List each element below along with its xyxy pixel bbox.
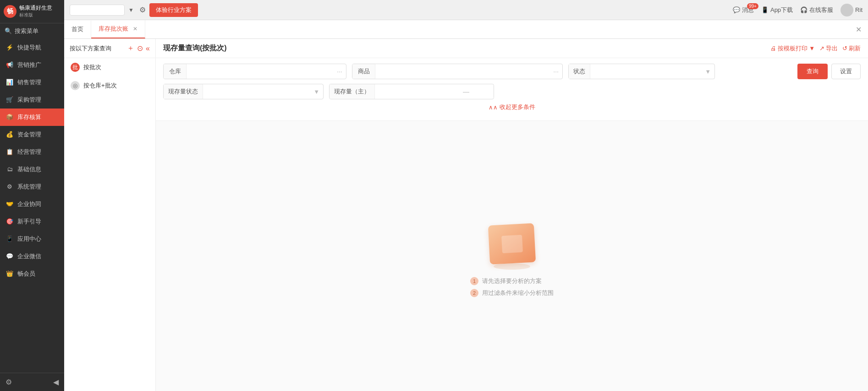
stock-status-arrow-icon[interactable]: ▼: [310, 85, 323, 98]
sidebar-item-marketing[interactable]: 📢 营销推广: [0, 56, 64, 74]
add-schema-icon[interactable]: ＋: [127, 43, 134, 53]
refresh-icon: ↺: [842, 45, 847, 52]
experience-btn[interactable]: 体验行业方案: [149, 3, 198, 17]
finance-icon: 💰: [5, 131, 14, 138]
stock-qty-min[interactable]: [375, 85, 459, 98]
stock-qty-max[interactable]: [473, 85, 494, 98]
left-panel: 按以下方案查询 ＋ ⊙ « 批 按批次 ◎ 按仓库+批次: [64, 39, 156, 391]
enterprise-icon: 🤝: [5, 201, 14, 207]
topbar-search-input[interactable]: [70, 5, 125, 16]
schema-item-by-batch[interactable]: 批 按批次: [64, 58, 155, 76]
tab-batch-account[interactable]: 库存批次账 ✕: [91, 20, 145, 38]
settings-btn[interactable]: 设置: [831, 64, 861, 79]
app-logo: 畅: [4, 5, 16, 18]
sidebar-item-inventory[interactable]: 📦 库存核算: [0, 109, 64, 126]
sidebar-item-wechat[interactable]: 💬 企业微信: [0, 248, 64, 265]
stock-status-filter: 现存量状态 ▼: [163, 84, 324, 99]
product-dots[interactable]: ···: [549, 65, 562, 78]
left-panel-collapse-icon[interactable]: «: [146, 44, 150, 53]
messages-btn[interactable]: 💬 消息 99+: [733, 6, 754, 14]
stock-status-value[interactable]: [203, 88, 310, 95]
print-chevron-icon: ▼: [809, 45, 815, 52]
sidebar-item-new-guide[interactable]: 🎯 新手引导: [0, 213, 64, 230]
topbar: ▼ ⚙ 体验行业方案 💬 消息 99+ 📱 App下载 🎧 在线客服: [64, 0, 868, 20]
search-menu[interactable]: 🔍 搜索菜单: [0, 23, 64, 39]
product-input[interactable]: [375, 65, 549, 78]
page-header-actions: 🖨 按模板打印 ▼ ↗ 导出 ↺ 刷新: [770, 44, 861, 53]
empty-hint-1: 1 请先选择要分析的方案: [470, 277, 554, 285]
headphone-icon: 🎧: [800, 6, 808, 13]
content-area: 按以下方案查询 ＋ ⊙ « 批 按批次 ◎ 按仓库+批次 现存量查询(按批次): [64, 39, 868, 391]
sidebar-item-quick-nav[interactable]: ⚡ 快捷导航: [0, 39, 64, 56]
topbar-chevron-icon[interactable]: ▼: [128, 7, 134, 13]
sidebar-item-app-center[interactable]: 📱 应用中心: [0, 230, 64, 248]
box-face: [501, 234, 523, 253]
sidebar-item-system[interactable]: ⚙ 系统管理: [0, 178, 64, 196]
sidebar-item-finance[interactable]: 💰 资金管理: [0, 126, 64, 143]
product-filter: 商品 ···: [352, 64, 563, 79]
sidebar-item-member[interactable]: 👑 畅会员: [0, 265, 64, 282]
member-icon: 👑: [5, 270, 14, 277]
export-icon: ↗: [819, 45, 824, 52]
status-value[interactable]: [590, 68, 701, 75]
wechat-icon: 💬: [5, 253, 14, 260]
sidebar-nav: ⚡ 快捷导航 📢 营销推广 📊 销售管理 🛒 采购管理 📦 库存核算 💰 资金管…: [0, 39, 64, 373]
sidebar-item-enterprise[interactable]: 🤝 企业协同: [0, 196, 64, 213]
topbar-gear-icon[interactable]: ⚙: [139, 5, 146, 14]
tabs-bar: 首页 库存批次账 ✕ ✕: [64, 20, 868, 39]
warehouse-input[interactable]: [187, 65, 333, 78]
tab-home[interactable]: 首页: [64, 21, 91, 38]
filter-area: 仓库 ··· 商品 ··· 状态 ▼ 查询: [156, 58, 868, 121]
sidebar-item-basics[interactable]: 🗂 基础信息: [0, 161, 64, 178]
inventory-icon: 📦: [5, 114, 14, 120]
status-filter: 状态 ▼: [568, 64, 715, 79]
status-label: 状态: [569, 64, 590, 79]
user-menu-btn[interactable]: Rit: [841, 4, 863, 16]
sidebar-item-purchase[interactable]: 🛒 采购管理: [0, 91, 64, 109]
collapse-filter-btn[interactable]: ∧∧ 收起更多条件: [163, 99, 861, 115]
footer-settings-icon[interactable]: ⚙: [5, 378, 12, 386]
collapse-icon: ∧∧: [489, 104, 498, 111]
stock-qty-label: 现存量（主）: [330, 84, 375, 99]
online-service-btn[interactable]: 🎧 在线客服: [800, 6, 833, 14]
operations-icon: 📋: [5, 148, 14, 155]
tab-close-batch-account[interactable]: ✕: [133, 26, 137, 32]
warehouse-dots[interactable]: ···: [333, 65, 346, 78]
empty-hints: 1 请先选择要分析的方案 2 用过滤条件来缩小分析范围: [470, 277, 554, 297]
tabs-close-all-btn[interactable]: ✕: [849, 21, 868, 38]
left-panel-header: 按以下方案查询 ＋ ⊙ «: [64, 39, 155, 58]
app-subtitle: 标准版: [19, 12, 52, 18]
footer-collapse-icon[interactable]: ◀: [53, 378, 59, 386]
user-avatar: [841, 4, 853, 16]
box-shadow: [494, 263, 530, 270]
schema-item-by-warehouse-batch[interactable]: ◎ 按仓库+批次: [64, 76, 155, 95]
basics-icon: 🗂: [5, 166, 14, 173]
sidebar-item-sales[interactable]: 📊 销售管理: [0, 74, 64, 91]
app-download-btn[interactable]: 📱 App下载: [761, 6, 793, 14]
product-label: 商品: [352, 64, 375, 79]
schema-settings-icon[interactable]: ⊙: [137, 44, 143, 53]
hint-num-1: 1: [470, 277, 478, 285]
print-btn[interactable]: 🖨 按模板打印 ▼: [770, 44, 815, 53]
sidebar-header: 畅 畅康通好生意 标准版: [0, 0, 64, 23]
stock-qty-filter: 现存量（主） —: [329, 84, 494, 99]
status-arrow-icon[interactable]: ▼: [701, 65, 714, 78]
box-shape: [488, 223, 536, 264]
marketing-icon: 📢: [5, 61, 14, 68]
sidebar: 畅 畅康通好生意 标准版 🔍 搜索菜单 ⚡ 快捷导航 📢 营销推广 📊 销售管理…: [0, 0, 64, 391]
messages-badge: 99+: [747, 3, 758, 9]
refresh-btn[interactable]: ↺ 刷新: [842, 44, 861, 53]
right-panel: 现存量查询(按批次) 🖨 按模板打印 ▼ ↗ 导出 ↺ 刷新: [156, 39, 868, 391]
sidebar-item-operations[interactable]: 📋 经营管理: [0, 143, 64, 161]
export-btn[interactable]: ↗ 导出: [819, 44, 838, 53]
page-header: 现存量查询(按批次) 🖨 按模板打印 ▼ ↗ 导出 ↺ 刷新: [156, 39, 868, 58]
stock-status-label: 现存量状态: [164, 84, 203, 99]
schema-icon-warehouse-batch: ◎: [71, 81, 80, 90]
quick-nav-icon: ⚡: [5, 44, 14, 51]
empty-hint-2: 2 用过滤条件来缩小分析范围: [470, 289, 554, 297]
warehouse-filter: 仓库 ···: [163, 64, 346, 79]
hint-num-2: 2: [470, 289, 478, 297]
sales-icon: 📊: [5, 79, 14, 86]
query-btn[interactable]: 查询: [797, 64, 828, 79]
stock-qty-dash: —: [459, 88, 473, 95]
